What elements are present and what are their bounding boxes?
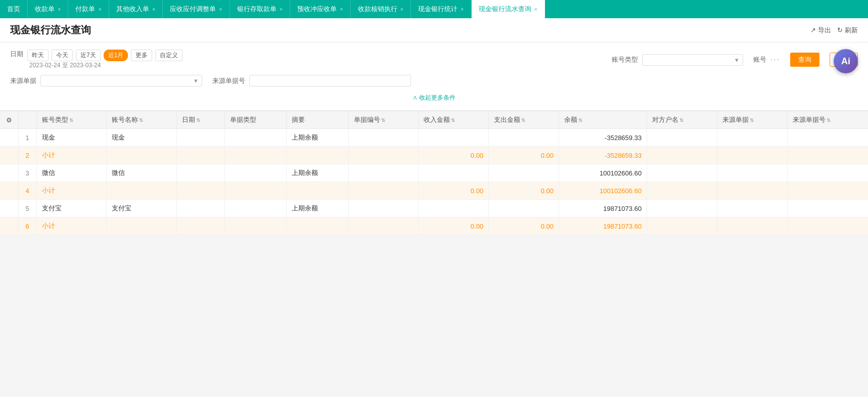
refresh-button[interactable]: ↻ 刷新 (837, 26, 858, 35)
close-icon[interactable]: × (219, 6, 222, 12)
nav-tab-预收冲应收单[interactable]: 预收冲应收单× (290, 0, 350, 18)
cell-expense: 0.00 (489, 217, 559, 235)
nav-tab-付款单[interactable]: 付款单× (68, 0, 109, 18)
nav-tab-label: 付款单 (75, 5, 95, 14)
date-option-今天[interactable]: 今天 (52, 50, 73, 61)
collapse-bar[interactable]: ∧ 收起更多条件 (10, 92, 858, 106)
account-type-label: 账号类型 (612, 55, 638, 64)
sort-icon: ⇅ (69, 117, 73, 123)
date-option-自定义[interactable]: 自定义 (155, 50, 182, 61)
col-header-account_name[interactable]: 账号名称⇅ (107, 111, 177, 129)
cell-date (177, 147, 225, 164)
date-option-更多[interactable]: 更多 (131, 50, 152, 61)
nav-tab-现金银行统计[interactable]: 现金银行统计× (411, 0, 471, 18)
export-button[interactable]: ↗ 导出 (810, 26, 831, 35)
table-row: 6小计0.000.0019871073.60 (0, 217, 868, 235)
account-more-icon[interactable]: ··· (770, 55, 780, 64)
cell-idx: 6 (18, 217, 36, 235)
source-doc-num-group: 来源单据号 (212, 75, 411, 86)
cell-gear (0, 217, 18, 235)
cell-source_doc_num (787, 129, 868, 147)
close-icon[interactable]: × (461, 6, 464, 12)
cell-doc_num (348, 182, 419, 200)
cell-account_type: 现金 (36, 129, 107, 147)
nav-tab-收款单[interactable]: 收款单× (28, 0, 68, 18)
cell-balance: -3528659.33 (559, 129, 647, 147)
cell-account_name: 微信 (107, 164, 177, 182)
nav-tab-银行存取款单[interactable]: 银行存取款单× (230, 0, 290, 18)
nav-tab-应收应付调整单[interactable]: 应收应付调整单× (163, 0, 230, 18)
cell-source_doc_num (787, 147, 868, 164)
cell-account_type: 小计 (36, 217, 107, 235)
account-type-select[interactable]: ▾ (642, 54, 743, 66)
cell-doc_type (225, 200, 287, 217)
cell-doc_type (225, 129, 287, 147)
col-header-date[interactable]: 日期⇅ (177, 111, 225, 129)
cell-date (177, 164, 225, 182)
cell-gear (0, 129, 18, 147)
cell-idx: 2 (18, 147, 36, 164)
cell-idx: 5 (18, 200, 36, 217)
col-header-idx (18, 111, 36, 129)
data-table: ⚙账号类型⇅账号名称⇅日期⇅单据类型摘要单据编号⇅收入金额⇅支出金额⇅余额⇅对方… (0, 111, 868, 235)
cell-balance: 19871073.60 (559, 217, 647, 235)
cell-source_doc (717, 182, 787, 200)
cell-account_name: 支付宝 (107, 200, 177, 217)
cell-income (419, 200, 489, 217)
nav-tab-label: 现金银行流水查询 (479, 5, 531, 14)
col-header-doc_num[interactable]: 单据编号⇅ (348, 111, 419, 129)
query-button[interactable]: 查询 (790, 53, 819, 67)
cell-account_name (107, 147, 177, 164)
cell-doc_type (225, 182, 287, 200)
nav-tab-收款核销执行[interactable]: 收款核销执行× (351, 0, 411, 18)
chevron-down-icon-2: ▾ (194, 77, 198, 84)
chevron-down-icon: ▾ (735, 56, 739, 64)
col-header-source_doc_num[interactable]: 来源单据号⇅ (787, 111, 868, 129)
nav-tab-首页[interactable]: 首页 (0, 0, 28, 18)
date-filter-group: 日期 昨天今天近7天近1月更多自定义 2023-02-24 至 2023-03-… (10, 50, 182, 70)
table-wrap: ⚙账号类型⇅账号名称⇅日期⇅单据类型摘要单据编号⇅收入金额⇅支出金额⇅余额⇅对方… (0, 111, 868, 235)
close-icon[interactable]: × (534, 6, 537, 12)
col-header-source_doc[interactable]: 来源单据⇅ (717, 111, 787, 129)
date-option-近7天[interactable]: 近7天 (76, 50, 101, 61)
col-header-doc_type: 单据类型 (225, 111, 287, 129)
cell-date (177, 182, 225, 200)
ai-assistant-button[interactable]: Ai (834, 49, 858, 73)
nav-tab-现金银行流水查询[interactable]: 现金银行流水查询× (472, 0, 545, 18)
close-icon[interactable]: × (280, 6, 283, 12)
cell-summary: 上期余额 (287, 129, 348, 147)
cell-expense (489, 164, 559, 182)
cell-summary: 上期余额 (287, 200, 348, 217)
close-icon[interactable]: × (58, 6, 61, 12)
source-doc-num-input[interactable] (249, 75, 411, 86)
cell-gear (0, 147, 18, 164)
close-icon[interactable]: × (340, 6, 343, 12)
col-header-balance[interactable]: 余额⇅ (559, 111, 647, 129)
sort-icon: ⇅ (451, 117, 455, 123)
cell-idx: 4 (18, 182, 36, 200)
date-option-昨天[interactable]: 昨天 (27, 50, 49, 61)
col-header-summary: 摘要 (287, 111, 348, 129)
cell-expense (489, 200, 559, 217)
sort-icon: ⇅ (750, 117, 754, 123)
source-doc-select[interactable]: ▾ (40, 75, 202, 86)
table-row: 1现金现金上期余额-3528659.33 (0, 129, 868, 147)
date-option-近1月[interactable]: 近1月 (104, 50, 128, 61)
col-header-expense[interactable]: 支出金额⇅ (489, 111, 559, 129)
cell-counterpart (647, 182, 717, 200)
source-doc-label: 来源单据 (10, 76, 36, 85)
close-icon[interactable]: × (400, 6, 403, 12)
nav-tab-其他收入单[interactable]: 其他收入单× (109, 0, 163, 18)
close-icon[interactable]: × (152, 6, 155, 12)
close-icon[interactable]: × (98, 6, 101, 12)
col-header-counterpart[interactable]: 对方户名⇅ (647, 111, 717, 129)
col-header-account_type[interactable]: 账号类型⇅ (36, 111, 107, 129)
cell-source_doc_num (787, 200, 868, 217)
col-header-income[interactable]: 收入金额⇅ (419, 111, 489, 129)
cell-summary (287, 217, 348, 235)
cell-counterpart (647, 129, 717, 147)
cell-source_doc (717, 200, 787, 217)
cell-balance: 100102606.60 (559, 164, 647, 182)
sort-icon: ⇅ (679, 117, 683, 123)
nav-tab-label: 收款单 (35, 5, 55, 14)
